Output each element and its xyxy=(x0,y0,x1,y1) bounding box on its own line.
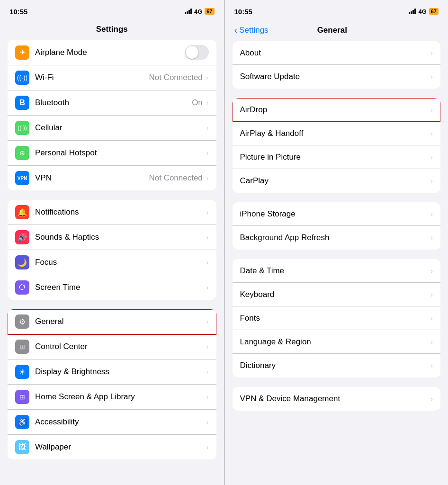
iphonestorage-row[interactable]: iPhone Storage › xyxy=(233,202,441,226)
pip-row[interactable]: Picture in Picture › xyxy=(233,145,441,169)
accessibility-icon: ♿ xyxy=(15,415,29,429)
airdrop-chevron: › xyxy=(430,106,433,114)
languageregion-row[interactable]: Language & Region › xyxy=(233,330,441,354)
pip-chevron: › xyxy=(430,153,433,161)
alerts-section: 🔔 Notifications › 🔊 Sounds & Haptics › 🌙… xyxy=(8,200,216,300)
focus-row[interactable]: 🌙 Focus › xyxy=(8,250,216,275)
controlcenter-row[interactable]: ⊞ Control Center › xyxy=(8,334,216,359)
carplay-label: CarPlay xyxy=(240,176,431,186)
left-scroll[interactable]: ✈ Airplane Mode ((·)) Wi-Fi Not Connecte… xyxy=(0,40,224,485)
bgrefresh-chevron: › xyxy=(430,234,433,242)
cellular-icon: ((·)) xyxy=(15,121,29,135)
softwareupdate-label: Software Update xyxy=(240,72,431,81)
vpn-label: VPN xyxy=(35,173,149,183)
sounds-chevron: › xyxy=(206,234,209,241)
airplane-mode-row[interactable]: ✈ Airplane Mode xyxy=(8,40,216,65)
carplay-row[interactable]: CarPlay › xyxy=(233,169,441,193)
screentime-icon: ⏱ xyxy=(15,280,29,295)
network-type-left: 4G xyxy=(194,8,202,15)
hotspot-chevron: › xyxy=(206,149,209,157)
wifi-value: Not Connected xyxy=(149,73,202,82)
controlcenter-chevron: › xyxy=(206,343,209,350)
right-scroll[interactable]: About › Software Update › AirDrop › AirP… xyxy=(225,41,448,485)
vpndevice-chevron: › xyxy=(430,395,433,403)
wallpaper-label: Wallpaper xyxy=(35,442,206,452)
homescreen-icon: ⊞ xyxy=(15,390,29,404)
airplane-toggle[interactable] xyxy=(185,45,209,60)
vpndevice-row[interactable]: VPN & Device Management › xyxy=(233,387,441,411)
controlcenter-icon: ⊞ xyxy=(15,340,29,354)
wifi-chevron: › xyxy=(206,74,209,81)
languageregion-label: Language & Region xyxy=(240,337,431,347)
notifications-row[interactable]: 🔔 Notifications › xyxy=(8,200,216,225)
wallpaper-row[interactable]: 🖼 Wallpaper › xyxy=(8,435,216,459)
dictionary-row[interactable]: Dictionary › xyxy=(233,354,441,377)
controlcenter-label: Control Center xyxy=(35,342,206,351)
airdrop-label: AirDrop xyxy=(240,105,431,115)
storage-section: iPhone Storage › Background App Refresh … xyxy=(233,202,441,250)
softwareupdate-chevron: › xyxy=(430,73,433,81)
status-icons-right: 4G 67 xyxy=(409,8,439,15)
accessibility-label: Accessibility xyxy=(35,417,206,427)
time-right: 10:55 xyxy=(234,8,252,16)
bluetooth-value: On xyxy=(192,98,203,108)
about-chevron: › xyxy=(430,49,433,57)
cellular-chevron: › xyxy=(206,124,209,132)
display-icon: ☀ xyxy=(15,365,29,379)
left-panel: 10:55 4G 67 Settings ✈ Airplane Mode xyxy=(0,0,224,485)
screentime-label: Screen Time xyxy=(35,283,206,292)
general-title: General xyxy=(269,26,396,35)
wifi-icon: ((·)) xyxy=(15,71,29,85)
screentime-row[interactable]: ⏱ Screen Time › xyxy=(8,275,216,300)
cellular-row[interactable]: ((·)) Cellular › xyxy=(8,116,216,141)
display-label: Display & Brightness xyxy=(35,367,206,377)
general-chevron: › xyxy=(206,318,209,325)
cellular-label: Cellular xyxy=(35,123,206,133)
fonts-row[interactable]: Fonts › xyxy=(233,306,441,330)
wifi-row[interactable]: ((·)) Wi-Fi Not Connected › xyxy=(8,65,216,90)
display-row[interactable]: ☀ Display & Brightness › xyxy=(8,359,216,385)
connectivity-section: ✈ Airplane Mode ((·)) Wi-Fi Not Connecte… xyxy=(8,40,216,190)
airdrop-row[interactable]: AirDrop › xyxy=(233,98,441,122)
settings-title: Settings xyxy=(96,25,128,34)
locale-section: Date & Time › Keyboard › Fonts › Languag… xyxy=(233,259,441,377)
airplay-row[interactable]: AirPlay & Handoff › xyxy=(233,122,441,145)
airplane-label: Airplane Mode xyxy=(35,48,185,57)
bluetooth-chevron: › xyxy=(206,99,209,107)
status-bar-right: 10:55 4G 67 xyxy=(225,0,448,21)
keyboard-label: Keyboard xyxy=(240,290,431,299)
datetime-row[interactable]: Date & Time › xyxy=(233,259,441,283)
keyboard-row[interactable]: Keyboard › xyxy=(233,283,441,306)
vpn-value: Not Connected xyxy=(149,173,202,183)
network-type-right: 4G xyxy=(418,8,426,15)
datetime-label: Date & Time xyxy=(240,266,431,276)
hotspot-row[interactable]: ⊕ Personal Hotspot › xyxy=(8,141,216,166)
focus-label: Focus xyxy=(35,258,206,267)
back-label: Settings xyxy=(239,26,268,35)
display-chevron: › xyxy=(206,368,209,376)
notifications-chevron: › xyxy=(206,208,209,216)
bgrefresh-label: Background App Refresh xyxy=(240,233,431,242)
dictionary-chevron: › xyxy=(430,362,433,369)
back-chevron-icon: ‹ xyxy=(234,25,238,36)
vpn-icon: VPN xyxy=(15,171,29,185)
back-button[interactable]: ‹ Settings xyxy=(234,25,269,36)
general-row[interactable]: ⚙ General › xyxy=(8,309,216,334)
wallpaper-icon: 🖼 xyxy=(15,440,29,454)
battery-right: 67 xyxy=(429,8,439,15)
softwareupdate-row[interactable]: Software Update › xyxy=(233,65,441,89)
about-label: About xyxy=(240,48,431,58)
system-section: ⚙ General › ⊞ Control Center › ☀ Display… xyxy=(8,309,216,459)
sounds-row[interactable]: 🔊 Sounds & Haptics › xyxy=(8,225,216,250)
bgrefresh-row[interactable]: Background App Refresh › xyxy=(233,226,441,250)
hotspot-icon: ⊕ xyxy=(15,146,29,160)
fonts-chevron: › xyxy=(430,314,433,322)
homescreen-row[interactable]: ⊞ Home Screen & App Library › xyxy=(8,385,216,410)
time-left: 10:55 xyxy=(9,8,27,16)
about-row[interactable]: About › xyxy=(233,41,441,65)
languageregion-chevron: › xyxy=(430,338,433,346)
accessibility-row[interactable]: ♿ Accessibility › xyxy=(8,410,216,435)
bluetooth-row[interactable]: B Bluetooth On › xyxy=(8,90,216,116)
vpn-row[interactable]: VPN VPN Not Connected › xyxy=(8,166,216,190)
carplay-chevron: › xyxy=(430,177,433,185)
